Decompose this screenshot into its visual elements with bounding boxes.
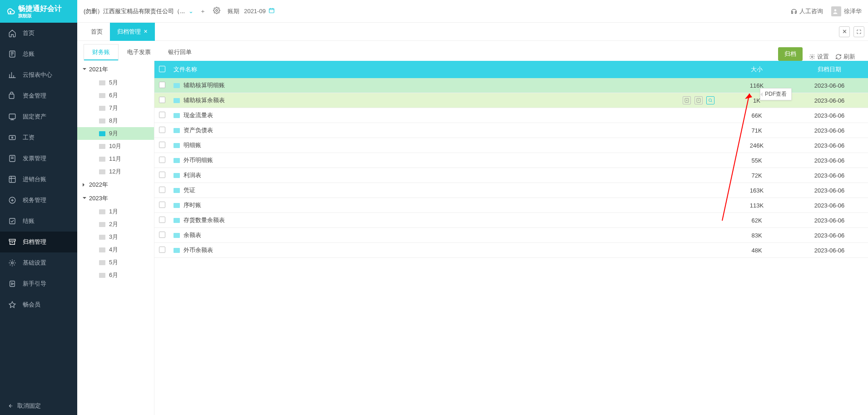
company-selector[interactable]: (勿删）江西服宝精品有限责任公司（... (84, 7, 185, 15)
download-pdf-icon[interactable] (694, 96, 703, 104)
company-settings-button[interactable] (213, 7, 220, 15)
tab-1[interactable]: 归档管理✕ (110, 23, 155, 41)
brand-name: 畅捷通好会计 (18, 5, 62, 12)
file-name: 辅助核算明细账 (184, 82, 225, 89)
row-checkbox[interactable] (159, 127, 165, 133)
subtab-2[interactable]: 银行回单 (159, 44, 200, 61)
username: 徐泽华 (844, 7, 862, 15)
archive-button[interactable]: 归档 (778, 47, 803, 61)
row-checkbox[interactable] (159, 112, 165, 118)
calendar-icon[interactable] (268, 7, 275, 15)
settings-link[interactable]: 设置 (809, 53, 829, 61)
sidebar-item-6[interactable]: 发票管理 (0, 148, 77, 169)
svg-point-15 (834, 9, 837, 11)
sidebar-item-label: 固定资产 (23, 113, 46, 121)
folder-icon (99, 93, 105, 98)
asset-icon (8, 113, 16, 121)
table-row[interactable]: 明细账 246K 2023-06-06 (154, 138, 868, 153)
refresh-link[interactable]: 刷新 (835, 53, 855, 61)
sidebar-item-0[interactable]: 首页 (0, 23, 77, 44)
table-row[interactable]: 序时账 113K 2023-06-06 (154, 198, 868, 213)
table-row[interactable]: 现金流量表 66K 2023-06-06 (154, 108, 868, 123)
subtab-0[interactable]: 财务账 (84, 44, 119, 61)
sidebar-item-7[interactable]: 进销台账 (0, 169, 77, 190)
tree-month-0-0[interactable]: 5月 (77, 76, 154, 89)
row-checkbox[interactable] (159, 187, 165, 193)
folder-icon (99, 144, 105, 149)
tree-month-2-5[interactable]: 6月 (77, 269, 154, 282)
table-row[interactable]: 存货数量余额表 62K 2023-06-06 (154, 213, 868, 228)
tree-month-0-2[interactable]: 7月 (77, 102, 154, 114)
row-checkbox[interactable] (159, 172, 165, 178)
guide-icon (8, 280, 16, 288)
table-row[interactable]: 凭证 163K 2023-06-06 (154, 183, 868, 198)
sidebar-item-10[interactable]: 归档管理 (0, 232, 77, 252)
row-checkbox[interactable] (159, 217, 165, 223)
sidebar-item-11[interactable]: 基础设置 (0, 252, 77, 273)
company-dropdown-icon[interactable]: ⌄ (188, 8, 193, 15)
tree-year-2[interactable]: 2023年 (77, 192, 154, 205)
row-checkbox[interactable] (159, 142, 165, 148)
tab-close-icon[interactable]: ✕ (144, 29, 148, 35)
tree-month-2-0[interactable]: 1月 (77, 205, 154, 218)
sidebar-item-12[interactable]: 新手引导 (0, 273, 77, 294)
folder-icon (99, 157, 105, 162)
pdf-view-icon[interactable] (706, 96, 714, 104)
sidebar-item-1[interactable]: 总账 (0, 44, 77, 64)
table-row[interactable]: 外币余额表 48K 2023-06-06 (154, 243, 868, 258)
col-size: 大小 (723, 61, 791, 78)
sidebar-item-9[interactable]: 结账 (0, 211, 77, 232)
row-checkbox[interactable] (159, 157, 165, 163)
row-checkbox[interactable] (159, 202, 165, 208)
period-value[interactable]: 2021-09 (244, 8, 266, 15)
tree-year-1[interactable]: 2022年 (77, 178, 154, 192)
tab-0[interactable]: 首页 (84, 23, 110, 41)
sidebar-item-label: 首页 (23, 29, 35, 37)
tree-month-2-3[interactable]: 4月 (77, 243, 154, 256)
user-menu[interactable]: 徐泽华 (831, 6, 862, 16)
settings-icon (8, 259, 16, 267)
file-date: 2023-06-06 (791, 78, 868, 93)
fullscreen-button[interactable] (853, 26, 864, 37)
tree-month-0-5[interactable]: 10月 (77, 140, 154, 153)
tree-month-0-6[interactable]: 11月 (77, 153, 154, 165)
tree-month-0-4[interactable]: 9月 (77, 127, 154, 140)
sidebar-item-13[interactable]: 畅会员 (0, 294, 77, 315)
table-row[interactable]: 余额表 83K 2023-06-06 (154, 228, 868, 243)
sidebar-unpin[interactable]: 取消固定 (0, 397, 77, 415)
sidebar-item-4[interactable]: 固定资产 (0, 106, 77, 127)
tab-label: 归档管理 (117, 28, 141, 36)
tree-month-label: 12月 (109, 168, 121, 176)
table-row[interactable]: 资产负债表 71K 2023-06-06 (154, 123, 868, 138)
stock-icon (8, 175, 16, 183)
close-tab-button[interactable]: ✕ (839, 26, 850, 37)
row-checkbox[interactable] (159, 232, 165, 238)
folder-icon (99, 235, 105, 240)
sidebar-item-3[interactable]: 资金管理 (0, 85, 77, 106)
tree-month-2-1[interactable]: 2月 (77, 218, 154, 231)
table-row[interactable]: 利润表 72K 2023-06-06 (154, 168, 868, 183)
download-excel-icon[interactable] (683, 96, 691, 104)
tree-month-0-3[interactable]: 8月 (77, 114, 154, 127)
tree-month-2-4[interactable]: 5月 (77, 256, 154, 269)
content: 2021年5月6月7月8月9月10月11月12月2022年2023年1月2月3月… (77, 61, 868, 415)
tree-month-0-7[interactable]: 12月 (77, 165, 154, 178)
svg-point-10 (11, 262, 14, 264)
tree-year-0[interactable]: 2021年 (77, 63, 154, 76)
row-checkbox[interactable] (159, 97, 165, 103)
row-checkbox[interactable] (159, 247, 165, 253)
select-all-checkbox[interactable] (159, 66, 165, 72)
consult-link[interactable]: 人工咨询 (790, 7, 823, 15)
table-row[interactable]: 外币明细账 55K 2023-06-06 (154, 153, 868, 168)
add-company-button[interactable]: ＋ (200, 7, 206, 15)
row-checkbox[interactable] (159, 82, 165, 88)
sidebar-item-5[interactable]: 工资 (0, 127, 77, 148)
tree-month-0-1[interactable]: 6月 (77, 89, 154, 102)
sidebar-item-8[interactable]: 税务管理 (0, 190, 77, 211)
sidebar-item-label: 进销台账 (23, 175, 46, 183)
file-date: 2023-06-06 (791, 228, 868, 243)
subtab-1[interactable]: 电子发票 (119, 44, 159, 61)
folder-icon (174, 173, 180, 178)
tree-month-2-2[interactable]: 3月 (77, 231, 154, 243)
sidebar-item-2[interactable]: 云报表中心 (0, 64, 77, 85)
